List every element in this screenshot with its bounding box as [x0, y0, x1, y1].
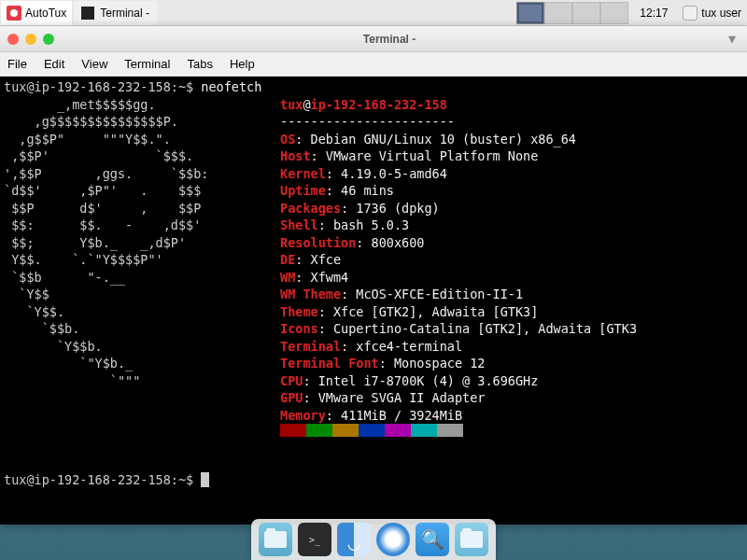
taskbar-terminal-button[interactable]: Terminal -: [74, 1, 157, 25]
menu-view[interactable]: View: [81, 57, 107, 71]
panel-left: AutoTux Terminal -: [0, 0, 514, 26]
autotux-menu-button[interactable]: AutoTux: [1, 1, 72, 25]
workspace-pager[interactable]: [516, 2, 628, 24]
menu-file[interactable]: File: [7, 57, 27, 71]
autotux-label: AutoTux: [25, 7, 66, 20]
user-menu[interactable]: tux user: [677, 6, 747, 21]
workspace-2[interactable]: [544, 2, 572, 24]
window-menu-icon[interactable]: ▾: [725, 30, 740, 48]
autotux-logo-icon: [7, 6, 21, 21]
workspace-1[interactable]: [516, 2, 544, 24]
dock-search-icon[interactable]: 🔍: [416, 523, 449, 556]
dock-files-icon[interactable]: [259, 523, 292, 556]
terminal-body[interactable]: tux@ip-192-168-232-158:~$ neofetch _,met…: [0, 77, 747, 525]
terminal-icon: [81, 7, 94, 20]
close-button[interactable]: [7, 34, 19, 45]
dock-folder-icon[interactable]: [455, 523, 488, 556]
traffic-lights: [7, 34, 54, 45]
clock[interactable]: 12:17: [630, 7, 677, 20]
workspace-4[interactable]: [600, 2, 628, 24]
menu-terminal[interactable]: Terminal: [124, 57, 170, 71]
user-label: tux user: [701, 7, 741, 20]
task-label: Terminal -: [100, 7, 149, 20]
terminal-window: Terminal - ▾ File Edit View Terminal Tab…: [0, 26, 747, 525]
window-title: Terminal -: [54, 33, 725, 46]
dock: 🔍: [251, 519, 496, 560]
menu-edit[interactable]: Edit: [44, 57, 64, 71]
dock-finder-icon[interactable]: [337, 523, 371, 556]
top-panel: AutoTux Terminal - 12:17 tux user: [0, 0, 747, 26]
dock-terminal-icon[interactable]: [298, 523, 331, 556]
minimize-button[interactable]: [25, 34, 36, 45]
window-titlebar[interactable]: Terminal - ▾: [0, 26, 747, 52]
menu-help[interactable]: Help: [230, 57, 255, 71]
maximize-button[interactable]: [43, 34, 54, 45]
dock-safari-icon[interactable]: [376, 523, 410, 556]
workspace-3[interactable]: [572, 2, 600, 24]
menu-tabs[interactable]: Tabs: [187, 57, 212, 71]
user-icon: [683, 6, 698, 21]
menubar: File Edit View Terminal Tabs Help: [0, 52, 747, 77]
